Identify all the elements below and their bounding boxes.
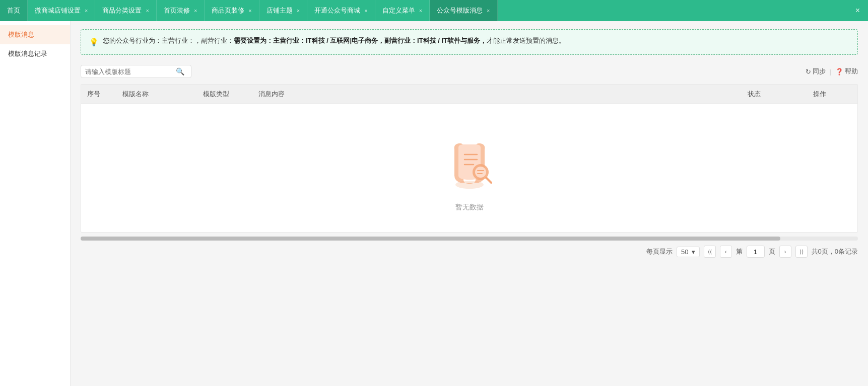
nav-tab-template-msg[interactable]: 公众号模版消息 × [430,0,497,21]
svg-line-6 [486,178,491,183]
nav-tab-shop-theme[interactable]: 店铺主题 × [259,0,307,21]
per-page-label: 每页显示 [646,247,673,256]
total-info: 共0页，0条记录 [812,247,858,256]
help-button[interactable]: ❓ 帮助 [835,67,858,76]
table-header: 序号 模版名称 模版类型 消息内容 状态 操作 [81,85,857,104]
empty-illustration [439,134,500,195]
nav-tab-shop-theme-label: 店铺主题 [266,6,293,15]
nav-tab-home-decor[interactable]: 首页装修 × [157,0,205,21]
nav-tab-home[interactable]: 首页 [0,0,28,21]
close-shop-theme-icon[interactable]: × [297,8,300,14]
page-label-pre: 第 [736,247,743,256]
nav-tab-shop-settings[interactable]: 微商城店铺设置 × [28,0,95,21]
th-name: 模版名称 [116,85,197,104]
table-wrap: 序号 模版名称 模版类型 消息内容 状态 操作 [81,84,858,233]
notice-prefix: 您的公众号行业为：主营行业：，副营行业： [103,37,234,44]
sidebar-item-template-record-label: 模版消息记录 [8,50,47,57]
nav-tab-product-decor[interactable]: 商品页装修 × [205,0,259,21]
sidebar-item-template-msg-label: 模版消息 [8,31,34,38]
scroll-track[interactable] [81,237,858,241]
notice-bulb-icon: 💡 [89,36,99,48]
scroll-thumb[interactable] [81,237,780,241]
next-page-button[interactable]: › [779,246,791,258]
close-open-mall-icon[interactable]: × [364,8,367,14]
search-icon[interactable]: 🔍 [176,67,184,75]
sidebar-item-template-msg[interactable]: 模版消息 [0,25,70,44]
sync-label: 同步 [813,67,826,76]
nav-tab-template-msg-label: 公众号模版消息 [437,6,483,15]
empty-text: 暂无数据 [455,203,484,212]
page-number-input[interactable] [747,246,765,258]
close-all-tabs-button[interactable]: × [847,6,868,15]
nav-tab-category-settings[interactable]: 商品分类设置 × [95,0,156,21]
search-bar: 🔍 ↻ 同步 | ❓ 帮助 [81,65,858,78]
empty-state: 暂无数据 [81,104,857,232]
th-status: 状态 [742,85,807,104]
prev-page-button[interactable]: ‹ [720,246,732,258]
first-page-button[interactable]: ⟨⟨ [704,246,716,258]
th-type: 模版类型 [197,85,252,104]
divider: | [830,68,831,75]
page-size-value: 50 [681,248,688,256]
search-input[interactable] [85,68,176,75]
nav-tab-home-decor-label: 首页装修 [164,6,190,15]
close-category-icon[interactable]: × [146,8,149,14]
nav-tab-category-label: 商品分类设置 [102,6,142,15]
close-custom-menu-icon[interactable]: × [419,8,422,14]
sidebar: 模版消息 模版消息记录 [0,21,71,386]
close-shop-settings-icon[interactable]: × [85,8,88,14]
top-nav: 首页 微商城店铺设置 × 商品分类设置 × 首页装修 × 商品页装修 × 店铺主… [0,0,868,21]
nav-tab-product-decor-label: 商品页装修 [212,6,244,15]
sidebar-item-template-record[interactable]: 模版消息记录 [0,44,70,63]
th-actions: 操作 [807,85,857,104]
pagination: 每页显示 50 ▾ ⟨⟨ ‹ 第 页 › ⟩⟩ 共0页，0条记录 [81,246,858,258]
notice-text: 您的公众号行业为：主营行业：，副营行业：需要设置为：主营行业：IT科技 / 互联… [103,36,565,46]
notice-box: 💡 您的公众号行业为：主营行业：，副营行业：需要设置为：主营行业：IT科技 / … [81,29,858,55]
th-index: 序号 [81,85,116,104]
help-icon: ❓ [835,68,843,75]
last-page-button[interactable]: ⟩⟩ [795,246,808,258]
nav-tab-custom-menu[interactable]: 自定义菜单 × [375,0,430,21]
close-home-decor-icon[interactable]: × [194,8,197,14]
notice-highlight: 需要设置为：主营行业：IT科技 / 互联网|电子商务，副营行业：IT科技 / I… [234,37,487,44]
layout: 模版消息 模版消息记录 💡 您的公众号行业为：主营行业：，副营行业：需要设置为：… [0,21,868,386]
search-input-wrap[interactable]: 🔍 [81,65,191,78]
sync-icon: ↻ [806,68,811,75]
sync-button[interactable]: ↻ 同步 [806,67,826,76]
page-label-post: 页 [769,247,775,256]
close-product-decor-icon[interactable]: × [248,8,251,14]
page-size-select[interactable]: 50 ▾ [677,247,699,257]
chevron-down-icon: ▾ [692,248,695,256]
search-actions: ↻ 同步 | ❓ 帮助 [806,67,858,76]
close-template-msg-icon[interactable]: × [487,8,490,14]
nav-tab-open-mall-label: 开通公众号商城 [314,6,360,15]
nav-tab-home-label: 首页 [7,6,20,15]
help-label: 帮助 [845,67,858,76]
nav-tab-custom-menu-label: 自定义菜单 [382,6,415,15]
nav-tab-open-mall[interactable]: 开通公众号商城 × [307,0,375,21]
svg-point-5 [475,167,486,178]
main-content: 💡 您的公众号行业为：主营行业：，副营行业：需要设置为：主营行业：IT科技 / … [71,21,868,386]
th-content: 消息内容 [252,85,742,104]
notice-suffix: 才能正常发送预置的消息。 [487,37,565,44]
nav-tab-shop-settings-label: 微商城店铺设置 [35,6,81,15]
